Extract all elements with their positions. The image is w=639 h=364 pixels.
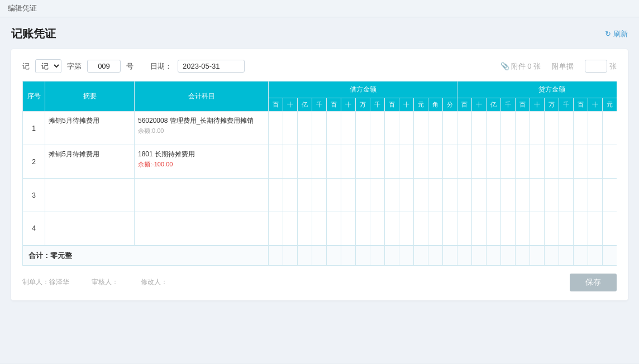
debit-digit-4[interactable] [312,212,327,246]
debit-digit-4[interactable] [312,145,327,179]
refresh-button[interactable]: ↻ 刷新 [605,29,628,39]
debit-digit-12[interactable] [428,145,443,179]
credit-digit-2[interactable] [472,212,487,246]
debit-digit-11[interactable] [414,179,428,212]
debit-digit-4[interactable] [312,179,327,212]
credit-digit-6[interactable] [530,179,545,212]
credit-digit-1[interactable] [457,145,472,179]
debit-digit-1[interactable] [269,112,283,145]
row-summary[interactable] [45,212,135,246]
credit-digit-5[interactable] [516,212,530,246]
credit-digit-4[interactable] [501,212,516,246]
debit-digit-1[interactable] [269,145,283,179]
row-summary[interactable]: 摊销5月待摊费用 [45,145,135,179]
credit-digit-2[interactable] [472,145,487,179]
credit-digit-10[interactable] [588,112,603,145]
save-button[interactable]: 保存 [570,274,617,291]
number-input[interactable] [87,60,121,73]
debit-digit-6[interactable] [341,112,356,145]
credit-digit-10[interactable] [588,145,603,179]
debit-digit-5[interactable] [327,145,341,179]
credit-digit-3[interactable] [487,145,501,179]
credit-digit-7[interactable] [545,145,559,179]
credit-digit-9[interactable] [574,212,588,246]
credit-digit-8[interactable] [559,145,574,179]
credit-digit-1[interactable] [457,112,472,145]
credit-digit-4[interactable] [501,145,516,179]
debit-digit-9[interactable] [385,179,399,212]
attach-btn[interactable]: 附单据 [552,61,574,71]
credit-digit-6[interactable] [530,145,545,179]
debit-digit-5[interactable] [327,212,341,246]
debit-digit-7[interactable] [356,112,370,145]
debit-digit-6[interactable] [341,145,356,179]
credit-digit-1[interactable] [457,212,472,246]
row-summary[interactable]: 摊销5月待摊费用 [45,112,135,145]
debit-digit-8[interactable] [370,145,385,179]
credit-digit-9[interactable] [574,145,588,179]
debit-digit-7[interactable] [356,212,370,246]
debit-digit-3[interactable] [298,212,312,246]
attach-count[interactable]: 📎 附件 0 张 [500,61,541,71]
debit-digit-11[interactable] [414,145,428,179]
credit-digit-3[interactable] [487,112,501,145]
credit-digit-11[interactable] [603,145,617,179]
debit-digit-7[interactable] [356,179,370,212]
debit-digit-6[interactable] [341,212,356,246]
row-account[interactable]: 56020008 管理费用_长期待摊费用摊销余额:0.00 [135,112,269,145]
debit-digit-2[interactable] [283,145,298,179]
credit-digit-5[interactable] [516,112,530,145]
debit-digit-6[interactable] [341,179,356,212]
credit-digit-3[interactable] [487,179,501,212]
debit-digit-11[interactable] [414,212,428,246]
date-input[interactable] [178,60,245,73]
debit-digit-13[interactable] [443,112,457,145]
debit-digit-9[interactable] [385,212,399,246]
credit-digit-2[interactable] [472,112,487,145]
credit-digit-4[interactable] [501,179,516,212]
credit-digit-2[interactable] [472,179,487,212]
debit-digit-11[interactable] [414,112,428,145]
credit-digit-10[interactable] [588,179,603,212]
debit-digit-2[interactable] [283,212,298,246]
debit-digit-12[interactable] [428,179,443,212]
credit-digit-7[interactable] [545,179,559,212]
debit-digit-8[interactable] [370,179,385,212]
credit-digit-6[interactable] [530,112,545,145]
debit-digit-13[interactable] [443,212,457,246]
debit-digit-12[interactable] [428,212,443,246]
debit-digit-10[interactable] [399,179,414,212]
debit-digit-9[interactable] [385,145,399,179]
debit-digit-3[interactable] [298,112,312,145]
debit-digit-8[interactable] [370,112,385,145]
debit-digit-13[interactable] [443,179,457,212]
row-account[interactable] [135,212,269,246]
debit-digit-3[interactable] [298,179,312,212]
credit-digit-5[interactable] [516,145,530,179]
debit-digit-10[interactable] [399,212,414,246]
debit-digit-1[interactable] [269,212,283,246]
debit-digit-5[interactable] [327,179,341,212]
credit-digit-11[interactable] [603,179,617,212]
credit-digit-10[interactable] [588,212,603,246]
row-account[interactable]: 1801 长期待摊费用余额:-100.00 [135,145,269,179]
row-summary[interactable] [45,179,135,212]
credit-digit-11[interactable] [603,212,617,246]
debit-digit-1[interactable] [269,179,283,212]
credit-digit-8[interactable] [559,179,574,212]
type-select[interactable]: 记 [35,59,61,73]
debit-digit-13[interactable] [443,145,457,179]
debit-digit-12[interactable] [428,112,443,145]
credit-digit-8[interactable] [559,112,574,145]
debit-digit-10[interactable] [399,112,414,145]
debit-digit-9[interactable] [385,112,399,145]
credit-digit-6[interactable] [530,212,545,246]
credit-digit-5[interactable] [516,179,530,212]
row-account[interactable] [135,179,269,212]
credit-digit-7[interactable] [545,112,559,145]
debit-digit-5[interactable] [327,112,341,145]
debit-digit-3[interactable] [298,145,312,179]
debit-digit-2[interactable] [283,112,298,145]
credit-digit-9[interactable] [574,179,588,212]
debit-digit-10[interactable] [399,145,414,179]
